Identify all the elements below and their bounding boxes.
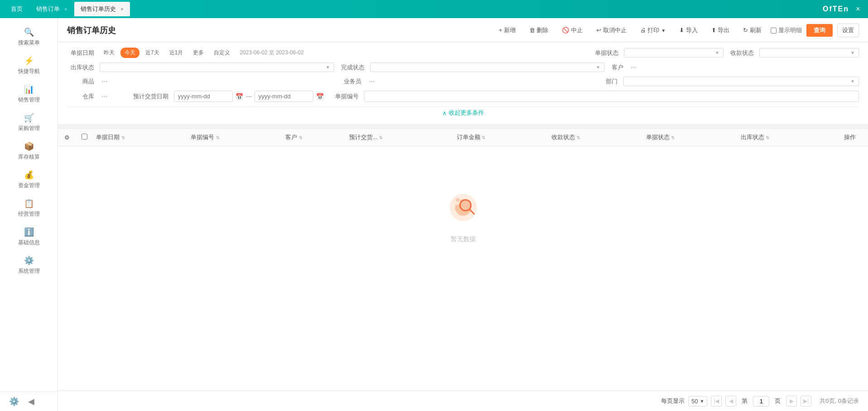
settings-button[interactable]: 设置 [837,24,859,37]
doc-status-label: 单据状态 [594,49,619,57]
col-doc-number[interactable]: 单据编号 ⇅ [187,129,282,146]
collapse-icon: ∧ [442,110,447,116]
chart-icon: 📊 [24,84,34,94]
doc-status-select[interactable]: ▼ [624,48,724,58]
stop-button[interactable]: 🚫 中止 [557,24,587,37]
col-doc-status[interactable]: 单据状态 ⇅ [643,129,737,146]
calendar-start-icon[interactable]: 📅 [235,93,243,100]
doc-status-dropdown-icon: ▼ [715,50,719,55]
sidebar-item-fund-mgmt[interactable]: 💰 资金管理 [0,165,58,194]
sidebar-bottom: ⚙️ ◀ [0,392,58,411]
collapse-sidebar-icon[interactable]: ◀ [28,396,34,406]
sidebar-item-business-mgmt-label: 经营管理 [18,210,40,218]
col-doc-date-label: 单据日期 [96,134,120,140]
window-close-button[interactable]: × [853,4,863,15]
doc-number-label: 单据编号 [334,92,359,101]
complete-status-select[interactable]: ▼ [370,63,604,72]
col-receipt-status-label: 收款状态 [551,134,575,140]
col-customer[interactable]: 客户 ⇅ [282,129,345,146]
prev-page-button[interactable]: ◀ [725,396,736,406]
complete-status-label: 完成状态 [340,63,364,72]
expected-date-start-input[interactable] [174,91,233,102]
col-doc-date[interactable]: 单据日期 ⇅ [92,129,187,146]
cart-icon: 🛒 [24,113,34,123]
complete-status-dropdown-icon: ▼ [596,65,600,70]
receipt-status-label: 收款状态 [729,49,754,57]
tab-sales-order-history-close[interactable]: × [120,6,123,12]
col-settings[interactable]: ⚙ [58,129,76,146]
select-all-checkbox[interactable] [82,134,87,140]
tab-sales-order[interactable]: 销售订单 × [30,2,73,16]
page-number-input[interactable] [753,396,769,406]
export-button-label: ⬆ 导出 [711,26,730,34]
last-page-button[interactable]: ▶| [801,396,811,406]
tab-sales-order-history[interactable]: 销售订单历史 × [74,2,129,16]
date-shortcut-today[interactable]: 今天 [120,48,139,58]
col-order-amount[interactable]: 订单金额 ⇅ [453,129,548,146]
sidebar: 🔍 搜索菜单 ⚡ 快捷导航 📊 销售管理 🛒 采购管理 📦 库存核算 💰 资金管… [0,18,58,411]
collapse-label: 收起更多条件 [449,109,484,117]
tab-home[interactable]: 首页 [5,2,29,16]
date-shortcut-1month[interactable]: 近1月 [165,48,187,58]
print-button[interactable]: 🖨 打印 ▼ [636,24,671,37]
empty-state: 暂无数据 [58,146,868,280]
display-detail-checkbox[interactable] [771,28,777,34]
refresh-button[interactable]: ↻ 刷新 [739,24,766,37]
delete-button[interactable]: 🗑 删除 [525,24,553,37]
sidebar-item-system-mgmt[interactable]: ⚙️ 系统管理 [0,251,58,280]
sidebar-item-sales-mgmt[interactable]: 📊 销售管理 [0,80,58,108]
customer-label: 客户 [610,63,623,72]
main-layout: 🔍 搜索菜单 ⚡ 快捷导航 📊 销售管理 🛒 采购管理 📦 库存核算 💰 资金管… [0,18,868,411]
next-page-button[interactable]: ▶ [786,396,797,406]
col-doc-number-label: 单据编号 [191,134,214,140]
date-dash: — [246,93,252,100]
date-shortcut-more[interactable]: 更多 [189,48,208,58]
warehouse-status-select[interactable]: ▼ [100,63,334,72]
sidebar-item-search-menu[interactable]: 🔍 搜索菜单 [0,23,58,51]
query-button[interactable]: 查询 [806,24,833,37]
warehouse-select-dots[interactable]: ··· [100,92,127,101]
export-button[interactable]: ⬆ 导出 [707,24,734,37]
sort-customer-icon: ⇅ [299,135,302,140]
new-button[interactable]: + 新增 [494,24,520,37]
collapse-row[interactable]: ∧ 收起更多条件 [67,106,859,119]
warehouse-status-label: 出库状态 [67,63,94,72]
sidebar-item-quick-nav[interactable]: ⚡ 快捷导航 [0,51,58,80]
tab-sales-order-label: 销售订单 [36,5,60,13]
page-size-select[interactable]: 50 ▼ [688,396,707,406]
settings-bottom-icon[interactable]: ⚙️ [9,396,19,406]
col-receipt-status[interactable]: 收款状态 ⇅ [548,129,643,146]
warehouse-status-dropdown-icon: ▼ [326,65,330,70]
tab-home-label: 首页 [11,5,23,13]
empty-text: 暂无数据 [451,235,476,243]
print-dropdown-icon[interactable]: ▼ [661,28,666,33]
department-label: 部门 [604,77,618,86]
receipt-status-select[interactable]: ▼ [759,48,859,58]
date-shortcut-custom[interactable]: 自定义 [210,48,234,58]
expected-date-end-input[interactable] [254,91,313,102]
sidebar-item-business-mgmt[interactable]: 📋 经营管理 [0,194,58,222]
cancel-stop-button[interactable]: ↩ 取消中止 [592,24,631,37]
sidebar-item-basic-info[interactable]: ℹ️ 基础信息 [0,222,58,251]
doc-number-input[interactable] [364,91,859,102]
department-select[interactable]: ▼ [623,77,859,86]
gear-icon: ⚙️ [24,256,34,266]
date-shortcut-7days[interactable]: 近7天 [141,48,163,58]
sidebar-item-inventory-calc[interactable]: 📦 库存核算 [0,137,58,165]
page-size-dropdown-icon: ▼ [700,399,704,404]
customer-select-dots[interactable]: ··· [629,63,859,72]
goods-select-dots[interactable]: ··· [100,77,331,86]
salesperson-select-dots[interactable]: ··· [367,77,598,86]
date-shortcut-yesterday[interactable]: 昨天 [100,48,119,58]
tab-sales-order-close[interactable]: × [64,6,67,12]
filter-date-shortcuts: 昨天 今天 近7天 近1月 更多 自定义 2023-06-02 至 2023-0… [100,48,588,58]
sidebar-item-quick-nav-label: 快捷导航 [18,68,40,75]
import-button[interactable]: ⬇ 导入 [675,24,702,37]
tab-sales-order-history-label: 销售订单历史 [81,5,116,13]
sidebar-item-purchase-mgmt[interactable]: 🛒 采购管理 [0,108,58,137]
col-warehouse-status[interactable]: 出库状态 ⇅ [737,129,832,146]
col-doc-status-label: 单据状态 [646,134,670,140]
first-page-button[interactable]: |◀ [711,396,722,406]
calendar-end-icon[interactable]: 📅 [316,93,324,100]
col-expected-date[interactable]: 预计交货... ⇅ [345,129,453,146]
